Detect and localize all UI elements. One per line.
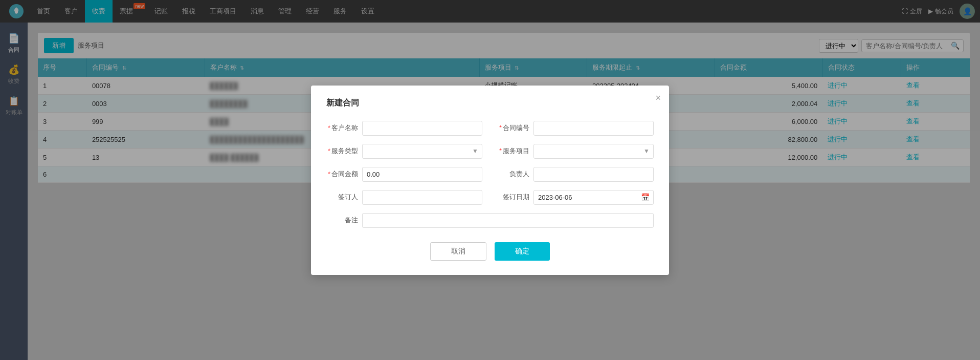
field-contract-amount: *合同金额 [326, 167, 482, 182]
label-contract-no: *合同编号 [498, 123, 529, 133]
field-signatory: 签订人 [326, 190, 482, 205]
input-contract-no[interactable] [533, 121, 654, 136]
cancel-button[interactable]: 取消 [430, 242, 486, 261]
field-contract-no: *合同编号 [498, 121, 654, 136]
select-wrap-service-type: ▼ [362, 144, 482, 159]
field-sign-date: 签订日期 📅 [498, 190, 654, 205]
label-contract-amount: *合同金额 [326, 170, 358, 179]
modal-footer: 取消 确定 [326, 242, 654, 261]
field-remarks: 备注 [326, 213, 654, 228]
field-customer-name: *客户名称 [326, 121, 482, 136]
input-signatory[interactable] [362, 190, 482, 205]
date-input-wrap: 📅 [533, 190, 654, 205]
label-signatory: 签订人 [326, 193, 358, 202]
label-service-item: *服务项目 [498, 146, 529, 156]
form-grid: *客户名称 *合同编号 *服务类型 ▼ [326, 121, 654, 228]
select-service-type[interactable] [362, 144, 482, 159]
select-service-item[interactable] [533, 144, 654, 159]
select-wrap-service-item: ▼ [533, 144, 654, 159]
input-remarks[interactable] [362, 213, 654, 228]
confirm-button[interactable]: 确定 [495, 242, 550, 261]
label-sign-date: 签订日期 [498, 193, 529, 202]
field-person-in-charge: 负责人 [498, 167, 654, 182]
label-service-type: *服务类型 [326, 146, 358, 156]
input-contract-amount[interactable] [362, 167, 482, 182]
new-contract-modal: 新建合同 × *客户名称 *合同编号 *服务类型 [311, 86, 669, 275]
label-remarks: 备注 [326, 216, 358, 225]
modal-overlay[interactable]: 新建合同 × *客户名称 *合同编号 *服务类型 [0, 0, 980, 360]
label-customer-name: *客户名称 [326, 123, 358, 133]
input-customer-name[interactable] [362, 121, 482, 136]
input-person-in-charge[interactable] [533, 167, 654, 182]
input-sign-date[interactable] [533, 190, 654, 205]
field-service-type: *服务类型 ▼ [326, 144, 482, 159]
modal-close-button[interactable]: × [655, 93, 661, 103]
field-service-item: *服务项目 ▼ [498, 144, 654, 159]
modal-title: 新建合同 [326, 98, 654, 109]
label-person-in-charge: 负责人 [498, 170, 529, 179]
